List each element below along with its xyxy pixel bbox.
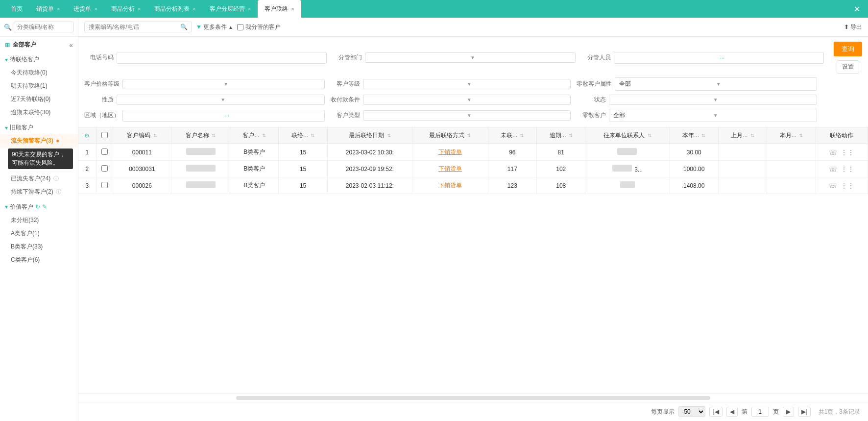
row2-phone-icon[interactable]: ☏ xyxy=(829,165,838,173)
settings-button[interactable]: 设置 xyxy=(837,60,859,74)
col-contact[interactable]: 联络... ⇅ xyxy=(279,127,327,144)
filter-status-select[interactable]: ▼ xyxy=(609,95,817,105)
tab-customer-layer[interactable]: 客户分层经营 × xyxy=(203,0,258,18)
row1-checkbox[interactable] xyxy=(96,144,113,161)
last-method-sort-icon: ⇅ xyxy=(467,133,471,138)
sidebar-collapse-btn[interactable]: « xyxy=(69,41,73,49)
col-code[interactable]: 客户编码 ⇅ xyxy=(113,127,171,144)
region-more-icon[interactable]: ··· xyxy=(224,112,320,119)
export-btn[interactable]: ⬆ 导出 xyxy=(844,23,862,31)
tab-sales-label: 销货单 xyxy=(36,5,54,13)
sidebar-group-pending-title[interactable]: ▾ 待联络客户 xyxy=(0,53,78,66)
row2-last-method[interactable]: 下销货单 xyxy=(412,161,488,177)
toolbar-search-input[interactable] xyxy=(89,24,178,30)
col-type[interactable]: 客户... ⇅ xyxy=(230,127,278,144)
sidebar-item-declining[interactable]: 持续下滑客户(2) ⓘ xyxy=(0,185,78,198)
filter-dept-select[interactable]: ▼ xyxy=(365,52,575,63)
horizontal-scrollbar[interactable] xyxy=(236,396,710,400)
row2-menu-icon[interactable]: ⋮⋮ xyxy=(841,165,854,173)
sidebar-item-overdue[interactable]: 逾期未联络(30) xyxy=(0,106,78,119)
filter-nature-select[interactable]: ▼ xyxy=(117,95,325,105)
tab-customer-link[interactable]: 客户联络 × xyxy=(258,0,301,18)
row3-action: ☏ ⋮⋮ xyxy=(816,177,868,194)
tab-sales-close[interactable]: × xyxy=(57,6,60,12)
sidebar-item-uncat[interactable]: 未分组(32) xyxy=(0,214,78,227)
sidebar-item-7days[interactable]: 近7天待联络(0) xyxy=(0,93,78,106)
tab-analysis[interactable]: 商品分析 × xyxy=(104,0,147,18)
filter-manager-select[interactable]: ··· xyxy=(614,52,824,64)
row3-phone-icon[interactable]: ☏ xyxy=(829,182,838,190)
col-settings[interactable]: ⚙ xyxy=(78,127,96,144)
select-all-checkbox[interactable] xyxy=(101,132,108,138)
col-last-date[interactable]: 最后联络日期 ⇅ xyxy=(327,127,412,144)
per-page-select[interactable]: 50 20 100 xyxy=(678,406,705,417)
filter-payment-select[interactable]: ▼ xyxy=(363,95,571,105)
filter-scatter-attr-select[interactable]: 全部 ▼ xyxy=(615,77,817,91)
tab-analysis-list-close[interactable]: × xyxy=(193,6,195,12)
tab-purchase-close[interactable]: × xyxy=(94,6,97,12)
price-grade-arrow-icon: ▼ xyxy=(223,81,320,87)
row3-menu-icon[interactable]: ⋮⋮ xyxy=(841,182,854,190)
row3-last-method[interactable]: 下销货单 xyxy=(412,177,488,194)
row3-method-link[interactable]: 下销货单 xyxy=(438,182,462,189)
row1-menu-icon[interactable]: ⋮⋮ xyxy=(841,149,854,156)
filter-phone-input[interactable] xyxy=(117,52,327,64)
col-last-month[interactable]: 上月... ⇅ xyxy=(718,127,767,144)
sidebar-item-lost[interactable]: 已流失客户(24) ⓘ xyxy=(0,172,78,185)
col-contacts[interactable]: 往来单位联系人 ⇅ xyxy=(585,127,670,144)
filter-scatter-attr-label: 零散客户属性 xyxy=(577,80,612,88)
col-overdue[interactable]: 逾期... ⇅ xyxy=(537,127,585,144)
page-number-input[interactable] xyxy=(751,407,769,417)
tab-purchase[interactable]: 进货单 × xyxy=(67,0,104,18)
sidebar-item-today[interactable]: 今天待联络(0) xyxy=(0,66,78,79)
filter-price-grade-select[interactable]: ▼ xyxy=(122,79,325,89)
tab-customer-layer-close[interactable]: × xyxy=(248,6,251,12)
prev-page-btn[interactable]: ◀ xyxy=(726,407,738,417)
sidebar-search-input[interactable] xyxy=(14,22,74,32)
sidebar-item-losing[interactable]: 流失预警客户(3) ● xyxy=(0,134,78,148)
col-name[interactable]: 客户名称 ⇅ xyxy=(171,127,230,144)
filter-grade-select[interactable]: ▼ xyxy=(363,79,571,89)
next-page-btn[interactable]: ▶ xyxy=(783,407,794,417)
my-customers-check[interactable] xyxy=(237,24,243,30)
value-edit-icon[interactable]: ✎ xyxy=(42,203,47,210)
contact-sort-icon: ⇅ xyxy=(311,133,314,138)
row1-this-year: 30.00 xyxy=(670,144,718,161)
col-checkbox[interactable] xyxy=(96,127,113,144)
filter-nature-field: 性质 ▼ xyxy=(84,95,325,105)
row2-method-link[interactable]: 下销货单 xyxy=(438,165,462,172)
row2-checkbox[interactable] xyxy=(96,161,113,177)
filter-scatter-select[interactable]: 全部 ▼ xyxy=(609,109,817,122)
row1-phone-icon[interactable]: ☏ xyxy=(829,149,838,156)
filter-ctype-select[interactable]: ▼ xyxy=(363,110,571,121)
value-refresh-icon[interactable]: ↻ xyxy=(35,203,40,210)
row1-last-method[interactable]: 下销货单 xyxy=(412,144,488,161)
manager-more-icon[interactable]: ··· xyxy=(720,54,820,61)
more-conditions-btn[interactable]: ▼ 更多条件 ▲ xyxy=(196,23,233,31)
sidebar-item-b[interactable]: B类客户(33) xyxy=(0,240,78,253)
sidebar-group-value-title[interactable]: ▾ 价值客户 ↻ ✎ xyxy=(0,200,78,214)
tab-home[interactable]: 首页 xyxy=(4,0,29,18)
sidebar-item-tomorrow[interactable]: 明天待联络(1) xyxy=(0,79,78,93)
sidebar-group-lost-title[interactable]: ▾ 旧顾客户 xyxy=(0,121,78,134)
col-this-month[interactable]: 本月... ⇅ xyxy=(767,127,816,144)
col-this-year[interactable]: 本年... ⇅ xyxy=(670,127,718,144)
tab-analysis-close[interactable]: × xyxy=(138,6,141,12)
toolbar-search-icon[interactable]: 🔍 xyxy=(180,24,188,30)
sidebar-root[interactable]: ⊞ 全部客户 « xyxy=(0,37,78,53)
window-close-btn[interactable]: ✕ xyxy=(850,4,864,14)
query-button[interactable]: 查询 xyxy=(834,42,862,56)
last-page-btn[interactable]: ▶| xyxy=(798,407,811,417)
col-uncontacted[interactable]: 未联... ⇅ xyxy=(488,127,536,144)
my-customers-checkbox[interactable]: 我分管的客户 xyxy=(237,23,281,31)
sidebar-item-c[interactable]: C类客户(6) xyxy=(0,253,78,267)
sidebar-item-a[interactable]: A类客户(1) xyxy=(0,227,78,240)
first-page-btn[interactable]: |◀ xyxy=(709,407,722,417)
tab-customer-link-close[interactable]: × xyxy=(291,6,294,12)
row1-method-link[interactable]: 下销货单 xyxy=(438,149,462,155)
tab-analysis-list[interactable]: 商品分析列表 × xyxy=(147,0,202,18)
row3-checkbox[interactable] xyxy=(96,177,113,194)
filter-region-select[interactable]: ··· xyxy=(122,110,325,122)
col-last-method[interactable]: 最后联络方式 ⇅ xyxy=(412,127,488,144)
tab-sales[interactable]: 销货单 × xyxy=(29,0,67,18)
